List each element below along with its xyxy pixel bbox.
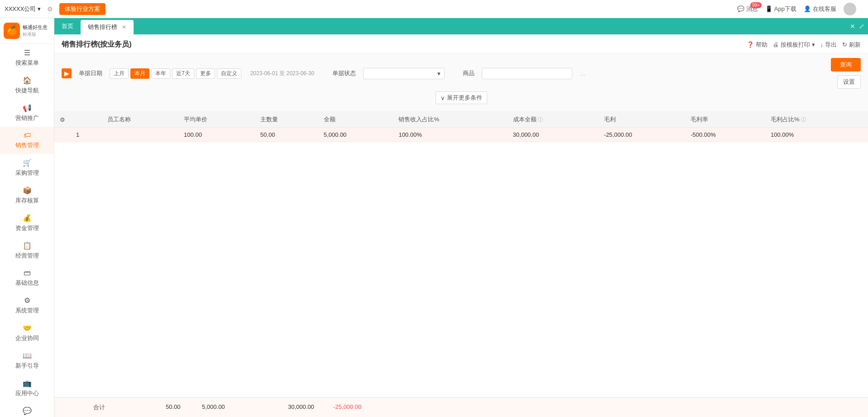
ops-icon: 📋 (23, 241, 32, 250)
logo-title: 畅通好生意 (23, 24, 48, 31)
tab-home-label: 首页 (62, 22, 73, 30)
sidebar-item-base-info[interactable]: 🗃 基础信息 (0, 264, 54, 292)
topbar-right: 💬 消息 99+ 📱 App下载 👤 在线客服 (737, 3, 863, 15)
tab-close-window-icon[interactable]: ✕ (850, 23, 855, 30)
help-button[interactable]: ❓ 帮助 (747, 41, 767, 49)
message-button[interactable]: 💬 消息 99+ (737, 5, 758, 13)
content-area: 首页 销售排行榜 ✕ ✕ ⤢ 销售排行榜(按业务员) ❓ 帮助 (54, 18, 868, 417)
company-selector[interactable]: XXXXX公司 ▾ (5, 5, 41, 13)
query-button[interactable]: 查询 (831, 58, 861, 72)
th-settings[interactable]: ⚙ (54, 112, 71, 128)
expand-icon: ∨ (441, 95, 445, 101)
app-icon: 📱 (765, 5, 772, 12)
gross-pct-info-icon[interactable]: ⓘ (801, 117, 806, 122)
new-guide-icon: 📖 (23, 351, 32, 360)
topbar: XXXXX公司 ▾ ⚙ 体验行业方案 💬 消息 99+ 📱 App下载 👤 在线… (0, 0, 868, 18)
table-wrapper: ⚙ 员工名称 平均单价 主数量 全额 销售收入占比% 成本全额 ⓘ 毛利 毛利率… (54, 112, 868, 397)
search-orders-icon: ☰ (24, 48, 30, 57)
row-avg-price: 100.00 (178, 128, 255, 142)
corp-collab-icon: 🤝 (23, 324, 32, 332)
sidebar-item-new-guide[interactable]: 📖 新手引导 (0, 347, 54, 374)
row-gross-pct: 100.00% (765, 128, 868, 142)
sidebar-item-corp-collab[interactable]: 🤝 企业协同 (0, 319, 54, 347)
sidebar-item-label-inventory: 库存核算 (15, 197, 39, 205)
sidebar-item-system[interactable]: ⚙ 系统管理 (0, 292, 54, 319)
sidebar-item-corp-wechat[interactable]: 💬 企业微信 (0, 402, 54, 417)
tab-bar: 首页 销售排行榜 ✕ ✕ ⤢ (54, 18, 868, 34)
refresh-button[interactable]: ↻ 刷新 (842, 41, 861, 49)
filter-expand-arrow[interactable]: ▶ (62, 68, 72, 78)
sidebar-item-label-corpcollab: 企业协同 (15, 334, 39, 342)
online-service-button[interactable]: 👤 在线客服 (804, 5, 836, 13)
filter-more-row: ∨ 展开更多条件 (62, 89, 861, 107)
logo-icon: 🍊 (4, 23, 20, 39)
page-title: 销售排行榜(按业务员) (62, 40, 132, 49)
company-dropdown-icon[interactable]: ▾ (38, 5, 41, 12)
sidebar-item-search-orders[interactable]: ☰ 搜索菜单 (0, 44, 54, 72)
quick-nav-icon: 🏠 (23, 76, 32, 85)
row-gross: -25,000.00 (599, 128, 685, 142)
system-icon: ⚙ (24, 296, 30, 305)
app-download-button[interactable]: 📱 App下载 (765, 5, 796, 13)
corp-wechat-icon: 💬 (23, 407, 32, 415)
footer-avg-price-cell (124, 402, 160, 413)
th-gross-rate: 毛利率 (685, 112, 765, 128)
date-btn-this-year[interactable]: 本年 (151, 68, 170, 79)
goods-label: 商品 (463, 69, 475, 77)
footer-label: 合计 (88, 402, 124, 413)
tab-bar-actions: ✕ ⤢ (850, 23, 868, 30)
date-btn-7days[interactable]: 近7天 (172, 68, 194, 79)
tab-home[interactable]: 首页 (54, 18, 81, 34)
filter-area: ▶ 单据日期 上月 本月 本年 近7天 更多 自定义 2023-06-01 至 … (54, 53, 868, 112)
date-btn-last-month[interactable]: 上月 (110, 68, 129, 79)
th-quantity: 主数量 (255, 112, 318, 128)
tab-sales-rank[interactable]: 销售排行榜 ✕ (81, 20, 134, 34)
row-sales-pct: 100.00% (393, 128, 507, 142)
sidebar-item-ops[interactable]: 📋 经营管理 (0, 237, 54, 264)
print-dropdown-icon[interactable]: ▾ (812, 41, 815, 48)
settings-button[interactable]: 设置 (837, 75, 861, 89)
th-amount: 全额 (318, 112, 393, 128)
sidebar-item-label-ops: 经营管理 (15, 252, 39, 260)
export-button[interactable]: ↓ 导出 (820, 41, 837, 49)
app-center-icon: 📺 (23, 379, 32, 388)
row-rank: 1 (71, 128, 102, 142)
sidebar-item-label-marketing: 营销推广 (15, 114, 39, 122)
sidebar-item-inventory[interactable]: 📦 库存核算 (0, 182, 54, 209)
main-layout: 🍊 畅通好生意 标准版 ☰ 搜索菜单 🏠 快捷导航 📢 营销推广 🏷 销售管理 … (0, 18, 868, 417)
expand-more-conditions-btn[interactable]: ∨ 展开更多条件 (436, 91, 487, 104)
print-icon: 🖨 (773, 41, 779, 48)
status-select[interactable]: ▾ (363, 68, 445, 79)
sidebar-logo: 🍊 畅通好生意 标准版 (0, 18, 54, 44)
print-label: 按模板打印 (781, 41, 810, 49)
table-footer: 合计 50.00 5,000.00 30,000.00 -25,000.00 (54, 397, 868, 417)
sidebar: 🍊 畅通好生意 标准版 ☰ 搜索菜单 🏠 快捷导航 📢 营销推广 🏷 销售管理 … (0, 18, 54, 417)
sidebar-item-marketing[interactable]: 📢 营销推广 (0, 99, 54, 127)
tab-close-icon[interactable]: ✕ (122, 24, 126, 30)
logo-subtitle: 标准版 (23, 31, 48, 38)
sidebar-item-sales[interactable]: 🏷 销售管理 (0, 127, 54, 154)
avatar[interactable] (844, 3, 856, 15)
date-btn-this-month[interactable]: 本月 (130, 68, 149, 79)
footer-gross: -25,000.00 (328, 402, 367, 413)
goods-more-icon[interactable]: … (580, 70, 585, 77)
topbar-gear-icon[interactable]: ⚙ (44, 5, 56, 14)
footer-sales-pct-cell (237, 402, 283, 413)
trial-button[interactable]: 体验行业方案 (59, 3, 106, 15)
footer-cost: 30,000.00 (283, 402, 328, 413)
goods-input[interactable] (482, 68, 572, 79)
sidebar-item-quick-nav[interactable]: 🏠 快捷导航 (0, 72, 54, 99)
cost-info-icon[interactable]: ⓘ (538, 117, 543, 122)
sidebar-item-app-center[interactable]: 📺 应用中心 (0, 374, 54, 402)
refresh-label: 刷新 (849, 41, 861, 49)
service-icon: 👤 (804, 5, 811, 12)
marketing-icon: 📢 (23, 104, 32, 112)
sidebar-item-finance[interactable]: 💰 资金管理 (0, 209, 54, 237)
date-btn-custom[interactable]: 自定义 (217, 68, 241, 79)
purchase-icon: 🛒 (23, 158, 32, 167)
footer-rank-cell (74, 402, 88, 413)
date-btn-more[interactable]: 更多 (196, 68, 215, 79)
print-button[interactable]: 🖨 按模板打印 ▾ (773, 41, 815, 49)
tab-expand-icon[interactable]: ⤢ (859, 23, 864, 30)
sidebar-item-purchase[interactable]: 🛒 采购管理 (0, 154, 54, 182)
